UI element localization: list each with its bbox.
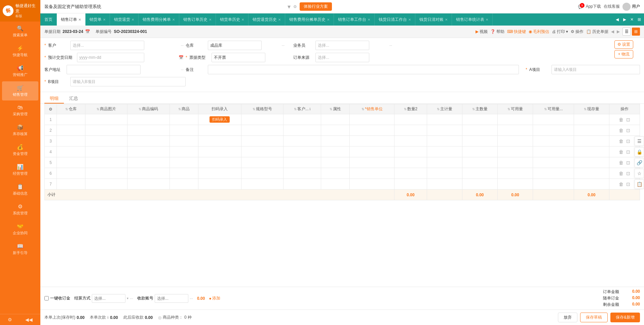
cell-customer-code-1[interactable] xyxy=(283,125,321,136)
sort-main-unit-icon[interactable]: ⇅ xyxy=(437,107,440,111)
tab-5[interactable]: 销售订单历史✕ xyxy=(179,13,216,26)
cell-main-unit-2[interactable] xyxy=(427,136,462,147)
tab-9[interactable]: 销售订单工作台✕ xyxy=(334,13,375,26)
float-lock-btn[interactable]: 🔒 xyxy=(635,147,644,157)
logistics-btn[interactable]: + 物流 xyxy=(614,50,633,58)
user-menu[interactable]: 用户 xyxy=(622,3,640,11)
tab-8[interactable]: 销售费用分摊单历史✕ xyxy=(285,13,334,26)
cell-current-stock-1[interactable] xyxy=(574,125,609,136)
sidebar-item-0[interactable]: 🔍搜索菜单 xyxy=(2,22,38,41)
topbar-settings-icon[interactable]: ⚙ xyxy=(293,4,297,9)
cell-main-unit-1[interactable] xyxy=(427,125,462,136)
salesman-input[interactable] xyxy=(315,41,369,50)
cell-warehouse-3[interactable] xyxy=(57,147,85,157)
cell-available2-3[interactable] xyxy=(533,147,574,157)
b-project-input[interactable] xyxy=(70,77,186,86)
title-dropdown-icon[interactable]: ▾ xyxy=(288,3,291,10)
tab-11[interactable]: 钱货日清对账✕ xyxy=(415,13,452,26)
cell-spec-3[interactable] xyxy=(241,147,283,157)
delivery-input[interactable] xyxy=(77,53,144,62)
cell-main-qty-2[interactable] xyxy=(462,136,497,147)
cell-scan-5[interactable] xyxy=(198,168,241,179)
add-payment-btn[interactable]: ● 添加 xyxy=(209,295,220,301)
sort-available-icon[interactable]: ⇅ xyxy=(507,107,510,111)
row-delete-btn-2[interactable]: 🗑 xyxy=(619,138,623,144)
cell-main-unit-3[interactable] xyxy=(427,147,462,157)
list-view-btn[interactable]: ☰ xyxy=(622,28,631,36)
cell-product-0[interactable] xyxy=(169,114,198,125)
cell-warehouse-0[interactable] xyxy=(57,114,85,125)
shortcut-btn[interactable]: ⌨ 快捷键 xyxy=(507,29,526,35)
float-link-btn[interactable]: 🔗 xyxy=(635,158,644,167)
tab-10[interactable]: 钱货日清工作台✕ xyxy=(375,13,415,26)
cell-qty2-3[interactable] xyxy=(394,147,427,157)
cell-unit-4[interactable] xyxy=(350,157,394,168)
cell-customer-code-0[interactable] xyxy=(283,114,321,125)
cell-unit-3[interactable] xyxy=(350,147,394,157)
cell-current-stock-5[interactable] xyxy=(574,168,609,179)
sidebar-item-1[interactable]: ⚡快捷导航 xyxy=(2,42,38,61)
tab-7[interactable]: 销货退货历史✕ xyxy=(249,13,285,26)
history-btn[interactable]: 📋 历史单据 xyxy=(586,29,608,35)
sidebar-item-4[interactable]: 🛍采购管理 xyxy=(2,101,38,120)
cell-code-6[interactable] xyxy=(127,179,169,190)
a-project-input[interactable] xyxy=(552,65,640,74)
collapse-icon[interactable]: ◀◀ xyxy=(25,317,33,322)
float-star-btn[interactable]: ☆ xyxy=(635,169,644,178)
warehouse-input[interactable] xyxy=(208,41,262,50)
cell-product-2[interactable] xyxy=(169,136,198,147)
cell-attribute-0[interactable] xyxy=(321,114,350,125)
cell-scan-2[interactable] xyxy=(198,136,241,147)
cell-warehouse-5[interactable] xyxy=(57,168,85,179)
cell-spec-2[interactable] xyxy=(241,136,283,147)
order-source-input[interactable] xyxy=(315,53,369,62)
tab-4[interactable]: 销售费用分摊单✕ xyxy=(139,13,179,26)
cell-image-0[interactable] xyxy=(85,114,127,125)
cell-available-1[interactable] xyxy=(497,125,533,136)
cell-spec-4[interactable] xyxy=(241,157,283,168)
tab-close-4[interactable]: ✕ xyxy=(172,18,175,22)
calendar-icon[interactable]: 📅 xyxy=(85,29,90,34)
cell-attribute-2[interactable] xyxy=(321,136,350,147)
row-copy-btn-6[interactable]: ⊡ xyxy=(626,181,630,187)
profit-btn[interactable]: ◉ 毛利预估 xyxy=(529,29,549,35)
cell-current-stock-6[interactable] xyxy=(574,179,609,190)
cell-available-2[interactable] xyxy=(497,136,533,147)
cell-unit-6[interactable] xyxy=(350,179,394,190)
payment-input[interactable] xyxy=(92,294,125,303)
sort-spec-icon[interactable]: ⇅ xyxy=(253,107,255,111)
abandon-btn[interactable]: 放弃 xyxy=(558,313,577,322)
cell-image-5[interactable] xyxy=(85,168,127,179)
cell-attribute-5[interactable] xyxy=(321,168,350,179)
cell-available2-6[interactable] xyxy=(533,179,574,190)
sidebar-item-10[interactable]: 🤝企业协同 xyxy=(2,220,38,239)
sidebar-item-11[interactable]: 📖新手引导 xyxy=(2,240,38,259)
cell-available2-1[interactable] xyxy=(533,125,574,136)
cell-main-qty-3[interactable] xyxy=(462,147,497,157)
tab-close-all-btn[interactable]: ✕ xyxy=(629,16,635,23)
payment-dots-icon[interactable]: ··· xyxy=(130,296,133,301)
cell-qty2-6[interactable] xyxy=(394,179,427,190)
tab-close-11[interactable]: ✕ xyxy=(445,18,448,22)
cell-current-stock-4[interactable] xyxy=(574,157,609,168)
tab-1[interactable]: 销售订单✕ xyxy=(57,13,85,26)
cell-unit-5[interactable] xyxy=(350,168,394,179)
cell-attribute-1[interactable] xyxy=(321,125,350,136)
sort-code-icon[interactable]: ⇅ xyxy=(139,107,141,111)
cell-unit-1[interactable] xyxy=(350,125,394,136)
cell-customer-code-5[interactable] xyxy=(283,168,321,179)
customer-addr-input[interactable] xyxy=(67,65,141,74)
cell-scan-3[interactable] xyxy=(198,147,241,157)
settings-icon[interactable]: ⚙ xyxy=(8,317,12,322)
cell-current-stock-0[interactable] xyxy=(574,114,609,125)
cell-main-unit-6[interactable] xyxy=(427,179,462,190)
tab-close-12[interactable]: ✕ xyxy=(486,18,488,22)
cell-image-4[interactable] xyxy=(85,157,127,168)
sort-unit-icon[interactable]: ⇅ xyxy=(362,107,364,111)
cell-main-qty-6[interactable] xyxy=(462,179,497,190)
tab-summary[interactable]: 汇总 xyxy=(64,94,83,104)
invoice-select[interactable]: 不开票 普通发票 增值税发票 xyxy=(212,53,265,62)
cell-available2-5[interactable] xyxy=(533,168,574,179)
sort-image-icon[interactable]: ⇅ xyxy=(97,107,99,111)
cell-customer-code-2[interactable] xyxy=(283,136,321,147)
